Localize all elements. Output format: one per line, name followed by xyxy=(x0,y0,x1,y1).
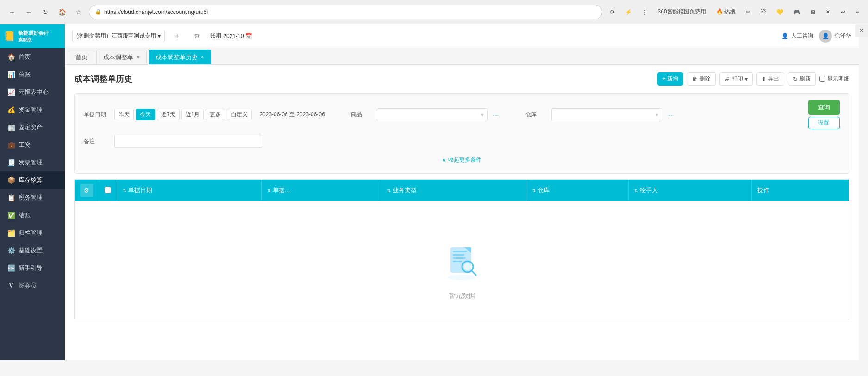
print-icon: 🖨 xyxy=(724,76,730,82)
date-btn-more[interactable]: 更多 xyxy=(206,109,225,120)
ai-search-button[interactable]: 360智能抠图免费用 xyxy=(654,6,710,18)
hot-search-button[interactable]: 🔥 热搜 xyxy=(712,6,739,18)
company-dropdown-icon: ▾ xyxy=(158,33,161,39)
company-selector[interactable]: (勿删勿禁用）江西服宝测试专用 ▾ xyxy=(72,30,165,42)
side-close-button[interactable]: ✕ xyxy=(855,24,868,37)
user-avatar-icon: 👤 xyxy=(822,33,829,39)
sort-handler-icon: ⇅ xyxy=(634,188,638,193)
page-content: 成本调整单历史 + 新增 🗑 删除 🖨 打印 ▾ ⬆ 导出 xyxy=(65,65,859,360)
sidebar-item-inventory[interactable]: 📦 库存核算 xyxy=(0,171,65,189)
add-tab-button[interactable]: + xyxy=(170,30,184,43)
number-col-th[interactable]: ⇅ 单据... xyxy=(262,180,381,201)
tab-cost-adjust-history-close[interactable]: ✕ xyxy=(200,55,204,60)
date-btn-1month[interactable]: 近1月 xyxy=(181,109,204,120)
app-container: 📒 畅捷通好会计 旗舰版 🏠 首页 📊 总账 📈 云报表中心 💰 资金管理 🏢 … xyxy=(0,24,868,360)
collapse-filter-btn[interactable]: ∧ 收起更多条件 xyxy=(84,153,840,167)
tab-home[interactable]: 首页 xyxy=(69,50,94,64)
funds-icon: 💰 xyxy=(7,106,15,113)
sidebar-item-guide[interactable]: 🆕 新手引导 xyxy=(0,259,65,277)
sidebar-item-invoices[interactable]: 🧾 发票管理 xyxy=(0,154,65,171)
warehouse-more-btn[interactable]: ··· xyxy=(665,111,674,119)
translate-button[interactable]: 译 xyxy=(757,6,770,18)
sidebar-item-funds[interactable]: 💰 资金管理 xyxy=(0,101,65,119)
ledger-icon: 📊 xyxy=(7,71,15,78)
empty-state: 暂元数据 xyxy=(75,201,849,319)
apps-button[interactable]: ⊞ xyxy=(807,7,819,17)
print-button[interactable]: 🖨 打印 ▾ xyxy=(719,72,753,86)
payroll-icon: 💼 xyxy=(7,141,15,149)
top-bar: (勿删勿禁用）江西服宝测试专用 ▾ + ⚙ 账期 2021-10 📅 👤 人工咨… xyxy=(65,24,859,48)
add-button[interactable]: + 新增 xyxy=(657,72,683,86)
wallet-button[interactable]: 💛 xyxy=(773,7,787,17)
back-button[interactable]: ← xyxy=(6,6,19,19)
ops-col-th: 操作 xyxy=(752,180,849,201)
refresh-button[interactable]: ↻ xyxy=(39,6,52,19)
goods-select[interactable]: ▾ xyxy=(377,108,488,121)
address-bar[interactable]: 🔒 https://cloud.chanjet.com/accounting/u… xyxy=(89,5,602,19)
side-panel: ✕ xyxy=(859,24,868,360)
sidebar-item-assets[interactable]: 🏢 固定资产 xyxy=(0,119,65,136)
bookmark-button[interactable]: ☆ xyxy=(72,6,85,19)
sidebar-item-tax[interactable]: 📋 税务管理 xyxy=(0,189,65,207)
goods-filter: 商品 ▾ ··· xyxy=(351,108,500,121)
delete-icon: 🗑 xyxy=(692,76,698,82)
sidebar-item-reports[interactable]: 📈 云报表中心 xyxy=(0,83,65,101)
extensions-button[interactable]: ⚙ xyxy=(606,7,618,17)
query-button[interactable]: 查询 xyxy=(808,100,840,115)
sidebar-item-ledger[interactable]: 📊 总账 xyxy=(0,66,65,83)
home-button[interactable]: 🏠 xyxy=(56,6,69,19)
service-btn[interactable]: 👤 人工咨询 xyxy=(781,32,813,40)
forward-button[interactable]: → xyxy=(22,6,35,19)
date-btn-7days[interactable]: 近7天 xyxy=(157,109,180,120)
sidebar-item-home[interactable]: 🏠 首页 xyxy=(0,48,65,66)
hotspot-button[interactable]: ⚡ xyxy=(621,7,636,17)
show-cols-label[interactable]: 显示明细 xyxy=(819,75,849,83)
delete-button[interactable]: 🗑 删除 xyxy=(687,72,716,86)
warehouse-col-th[interactable]: ⇅ 仓库 xyxy=(526,180,628,201)
undo-button[interactable]: ↩ xyxy=(837,7,849,17)
empty-text: 暂元数据 xyxy=(449,292,475,300)
reports-icon: 📈 xyxy=(7,88,15,96)
sort-biz-type-icon: ⇅ xyxy=(387,188,391,193)
scissors-button[interactable]: ✂ xyxy=(742,7,754,17)
more-button[interactable]: ≡ xyxy=(852,7,862,17)
sort-number-icon: ⇅ xyxy=(267,188,271,193)
date-col-th[interactable]: ⇅ 单据日期 xyxy=(117,180,262,201)
game-button[interactable]: 🎮 xyxy=(790,7,804,17)
sidebar-item-closing[interactable]: ✅ 结账 xyxy=(0,207,65,224)
settings-shortcut-button[interactable]: ⚙ xyxy=(189,30,205,42)
goods-more-btn[interactable]: ··· xyxy=(491,111,500,119)
url-text: https://cloud.chanjet.com/accounting/uru… xyxy=(104,9,208,15)
calendar-icon[interactable]: 📅 xyxy=(245,33,252,39)
sidebar-item-archive[interactable]: 🗂️ 归档管理 xyxy=(0,224,65,242)
biz-type-col-th[interactable]: ⇅ 业务类型 xyxy=(381,180,526,201)
tab-cost-adjust-history[interactable]: 成本调整单历史 ✕ xyxy=(149,50,211,64)
date-btn-today[interactable]: 今天 xyxy=(136,109,155,120)
show-cols-checkbox[interactable] xyxy=(819,76,825,82)
collapse-arrow-icon: ∧ xyxy=(442,157,446,163)
tab-cost-adjust[interactable]: 成本调整单 ✕ xyxy=(96,50,147,64)
sidebar-item-membership[interactable]: V 畅会员 xyxy=(0,277,65,295)
brightness-button[interactable]: ☀ xyxy=(822,7,834,17)
service-icon: 👤 xyxy=(781,33,788,39)
select-all-checkbox[interactable] xyxy=(105,187,111,193)
filter-settings-button[interactable]: 设置 xyxy=(808,117,840,129)
page-header-actions: + 新增 🗑 删除 🖨 打印 ▾ ⬆ 导出 ↻ xyxy=(657,72,849,86)
date-btn-custom[interactable]: 自定义 xyxy=(227,109,252,120)
tab-cost-adjust-close[interactable]: ✕ xyxy=(136,55,140,60)
sidebar-item-payroll[interactable]: 💼 工资 xyxy=(0,136,65,154)
svg-rect-4 xyxy=(453,257,466,259)
warehouse-select[interactable]: ▾ xyxy=(551,108,662,121)
sidebar-item-settings[interactable]: ⚙️ 基础设置 xyxy=(0,242,65,259)
user-menu[interactable]: 👤 徐泽华 xyxy=(819,30,851,43)
menu-button[interactable]: ⋮ xyxy=(638,7,651,17)
handler-col-th[interactable]: ⇅ 经手人 xyxy=(628,180,752,201)
export-button[interactable]: ⬆ 导出 xyxy=(756,72,784,86)
remark-input[interactable] xyxy=(114,135,262,148)
filter-area: 单据日期 昨天 今天 近7天 近1月 更多 自定义 2023-06-06 至 2… xyxy=(74,93,849,174)
date-btn-yesterday[interactable]: 昨天 xyxy=(114,109,134,120)
refresh-button[interactable]: ↻ 刷新 xyxy=(788,72,816,86)
table-settings-btn[interactable]: ⚙ xyxy=(80,184,93,197)
warehouse-label: 仓库 xyxy=(525,111,549,119)
period-label: 账期 xyxy=(210,32,221,40)
